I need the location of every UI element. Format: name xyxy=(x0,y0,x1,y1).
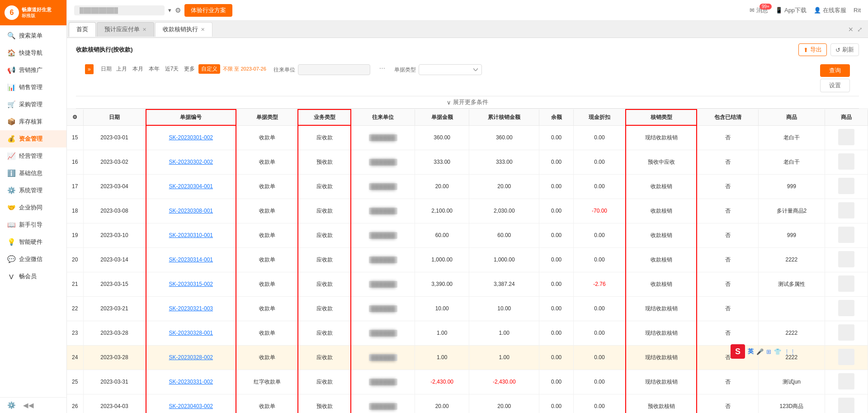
app-download-button[interactable]: 📱 App下载 xyxy=(775,6,807,14)
sidebar-item-member[interactable]: V畅会员 xyxy=(0,268,66,285)
tabs-bar: 首页 预计应应付单 ✕ 收款核销执行 ✕ ✕ ⤢ xyxy=(67,21,868,38)
cell-product2 xyxy=(825,321,868,345)
cell-date: 2023-03-01 xyxy=(83,125,146,150)
user-avatar[interactable]: Rit xyxy=(854,7,861,14)
cell-doc-type: 收款单 xyxy=(236,223,298,247)
more-filter-dots[interactable]: ··· xyxy=(379,64,385,72)
sidebar-item-purchase[interactable]: 🛒采购管理 xyxy=(0,96,66,113)
table-row: 25 2023-03-31 SK-20230331-002 红字收款单 应收款 … xyxy=(67,370,868,394)
cell-doc-no[interactable]: SK-20230314-001 xyxy=(146,247,236,272)
maximize-icon[interactable]: ⤢ xyxy=(857,26,863,33)
th-product2: 商品 xyxy=(825,109,868,125)
service-label: 在线客服 xyxy=(823,6,846,14)
cell-product2 xyxy=(825,345,868,370)
logo-sub: 标推版 xyxy=(22,13,52,19)
cell-writeoff-type: 收款核销 xyxy=(626,174,697,199)
sidebar-item-finance[interactable]: 💰资金管理 xyxy=(0,130,66,147)
cell-counterparty: ██████ xyxy=(351,199,415,223)
sidebar-label-member: 畅会员 xyxy=(19,272,37,280)
cell-written-off: 2,030.00 xyxy=(469,199,539,223)
sidebar-label-basic: 基础信息 xyxy=(19,169,42,177)
cell-product: 999 xyxy=(759,223,825,247)
cell-written-off: 333.00 xyxy=(469,150,539,174)
cell-doc-no[interactable]: SK-20230302-002 xyxy=(146,150,236,174)
cell-num: 17 xyxy=(67,174,83,199)
voucher-type-select[interactable] xyxy=(419,64,482,75)
sidebar-item-system[interactable]: ⚙️系统管理 xyxy=(0,182,66,199)
expand-more-bar[interactable]: ∨ 展开更多条件 xyxy=(76,96,859,109)
service-icon: 👤 xyxy=(814,7,821,14)
sidebar-item-wechat[interactable]: 💬企业微信 xyxy=(0,251,66,268)
cell-cash-discount: -70.00 xyxy=(573,199,626,223)
sidebar-icon-quicknav: 🏠 xyxy=(7,49,15,57)
date-this-year[interactable]: 本年 xyxy=(147,64,161,74)
settings-icon[interactable]: ⚙️ xyxy=(7,401,16,409)
cell-doc-no[interactable]: SK-20230315-002 xyxy=(146,272,236,296)
cell-doc-no[interactable]: SK-20230403-002 xyxy=(146,394,236,413)
cell-doc-no[interactable]: SK-20230328-001 xyxy=(146,321,236,345)
industry-solution-button[interactable]: 体验行业方案 xyxy=(184,4,232,17)
topbar-dropdown[interactable]: ▾ xyxy=(168,7,171,14)
close-tab-icon[interactable]: ✕ xyxy=(848,26,854,33)
sidebar-item-hardware[interactable]: 💡智能硬件 xyxy=(0,233,66,251)
date-custom-button[interactable]: 自定义 xyxy=(198,64,220,74)
cell-cash-discount: 0.00 xyxy=(573,296,626,321)
th-product: 商品 xyxy=(759,109,825,125)
sidebar-item-basic[interactable]: ℹ️基础信息 xyxy=(0,165,66,182)
cell-balance: 0.00 xyxy=(539,125,573,150)
sidebar-item-inventory[interactable]: 📦库存核算 xyxy=(0,113,66,130)
cell-doc-no[interactable]: SK-20230301-002 xyxy=(146,125,236,150)
sidebar-item-operation[interactable]: 📈经营管理 xyxy=(0,147,66,165)
date-last-7-days[interactable]: 近7天 xyxy=(163,64,181,74)
filter-toggle-button[interactable]: » xyxy=(85,64,94,74)
cell-doc-type: 收款单 xyxy=(236,125,298,150)
sidebar-item-enterprise[interactable]: 🤝企业协同 xyxy=(0,199,66,216)
export-button[interactable]: ⬆ 导出 xyxy=(798,43,827,56)
topbar-search[interactable]: ██████████ xyxy=(74,5,165,15)
cell-writeoff-type: 预收中应收 xyxy=(626,150,697,174)
th-cash-discount: 现金折扣 xyxy=(573,109,626,125)
cell-cash-discount: 0.00 xyxy=(573,370,626,394)
sidebar-item-quicknav[interactable]: 🏠快捷导航 xyxy=(0,44,66,62)
date-more[interactable]: 更多 xyxy=(182,64,197,74)
voucher-type-filter-group: 单据类型 xyxy=(394,64,482,75)
sidebar-label-operation: 经营管理 xyxy=(19,152,42,160)
date-this-month[interactable]: 本月 xyxy=(131,64,145,74)
cell-written-off: 20.00 xyxy=(469,394,539,413)
counterparty-input[interactable] xyxy=(298,64,370,75)
tab-home[interactable]: 首页 xyxy=(69,22,96,37)
refresh-button[interactable]: ↺ 刷新 xyxy=(830,43,859,56)
gear-icon[interactable]: ⚙ xyxy=(175,6,181,14)
sidebar-item-marketing[interactable]: 📢营销推广 xyxy=(0,62,66,79)
tab-payable[interactable]: 预计应应付单 ✕ xyxy=(97,22,154,37)
sidebar-item-search[interactable]: 🔍搜索菜单 xyxy=(0,27,66,44)
settings-button[interactable]: 设置 xyxy=(820,79,850,92)
cell-cash-discount: 0.00 xyxy=(573,150,626,174)
tab-collection-close[interactable]: ✕ xyxy=(201,27,205,33)
cell-doc-no[interactable]: SK-20230321-003 xyxy=(146,296,236,321)
cell-doc-no[interactable]: SK-20230328-002 xyxy=(146,345,236,370)
main: ██████████ ▾ ⚙ 体验行业方案 ✉ 消息 99+ 📱 App下载 👤… xyxy=(67,0,868,413)
cell-doc-no[interactable]: SK-20230310-001 xyxy=(146,223,236,247)
collapse-icon[interactable]: ◀◀ xyxy=(23,401,34,409)
cell-product2 xyxy=(825,125,868,150)
cell-doc-no[interactable]: SK-20230331-002 xyxy=(146,370,236,394)
refresh-icon: ↺ xyxy=(835,47,840,53)
cell-doc-type: 收款单 xyxy=(236,394,298,413)
cell-include-settled: 否 xyxy=(697,345,758,370)
sidebar-item-guide[interactable]: 📖新手引导 xyxy=(0,216,66,233)
cell-date: 2023-03-08 xyxy=(83,199,146,223)
cell-doc-no[interactable]: SK-20230308-001 xyxy=(146,199,236,223)
cell-doc-no[interactable]: SK-20230304-001 xyxy=(146,174,236,199)
tab-collection[interactable]: 收款核销执行 ✕ xyxy=(155,22,212,37)
online-service-button[interactable]: 👤 在线客服 xyxy=(814,6,846,14)
cell-include-settled: 否 xyxy=(697,125,758,150)
messages-button[interactable]: ✉ 消息 99+ xyxy=(750,6,768,14)
query-button[interactable]: 查询 xyxy=(820,64,850,77)
date-last-month[interactable]: 上月 xyxy=(114,64,129,74)
cell-cash-discount: 0.00 xyxy=(573,394,626,413)
tab-payable-close[interactable]: ✕ xyxy=(142,27,146,33)
cell-written-off: 20.00 xyxy=(469,174,539,199)
cell-counterparty: ██████ xyxy=(351,272,415,296)
sidebar-item-sales[interactable]: 📊销售管理 xyxy=(0,79,66,96)
